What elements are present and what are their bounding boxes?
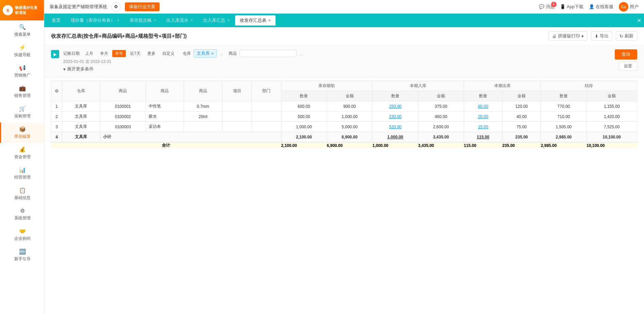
row-dept	[252, 112, 281, 122]
tab-home[interactable]: 首页	[47, 15, 65, 26]
tab-inout-sum-close[interactable]: ×	[227, 18, 230, 23]
row-in-amt: 2,600.00	[418, 122, 464, 132]
code-header: 商品	[100, 81, 146, 101]
date-btn-this-month[interactable]: 本月	[97, 50, 111, 57]
sidebar-item-collab[interactable]: 🤝 企业协同	[0, 225, 44, 245]
date-btn-last-month[interactable]: 上月	[82, 50, 96, 57]
sidebar-item-purchase[interactable]: 🛒 采购管理	[0, 102, 44, 122]
marketing-icon: 📢	[19, 65, 26, 71]
refresh-label: 刷新	[625, 33, 633, 39]
tab-recv-send-close[interactable]: ×	[268, 18, 271, 23]
tab-bar-close[interactable]: ✕	[637, 17, 641, 24]
table-body: 1 文具库 0100001 中性笔 0.7mm 600.00 900.00 25…	[51, 101, 637, 143]
system-name: 装备及固定资产辅助管理系统	[50, 4, 107, 10]
goods-filter-input[interactable]	[240, 50, 297, 57]
in-qty-header: 数量	[373, 91, 418, 101]
sidebar-label-marketing: 营销推广	[14, 72, 31, 78]
tab-batch[interactable]: 库存批次账 ×	[125, 15, 161, 26]
table-settings-header[interactable]: ⚙	[51, 81, 62, 101]
query-button[interactable]: 查询	[615, 49, 637, 60]
tab-inout-flow[interactable]: 出入库流水 ×	[162, 15, 198, 26]
sidebar-label-finance: 资金管理	[14, 154, 31, 160]
sidebar-item-basic[interactable]: 📋 基础信息	[0, 184, 44, 204]
row-opening-amt: 1,000.00	[327, 112, 372, 122]
date-btn-custom[interactable]: 自定义	[160, 50, 177, 57]
tab-recv-send[interactable]: 收发存汇总表 ×	[235, 15, 276, 26]
sidebar-label-inventory: 库存核算	[14, 134, 31, 139]
warehouse-ellipsis[interactable]: ...	[219, 51, 223, 56]
row-out-qty[interactable]: 15.00	[464, 122, 502, 132]
notification-item[interactable]: 💬 消息 6	[539, 4, 555, 10]
print-button[interactable]: 🖨 拼接版打印 ▾	[548, 31, 588, 41]
sidebar-item-search[interactable]: 🔍 搜索菜单	[0, 20, 44, 41]
row-no: 3	[51, 122, 62, 132]
refresh-button[interactable]: ↻ 刷新	[616, 31, 637, 41]
table-row: 1 文具库 0100001 中性笔 0.7mm 600.00 900.00 25…	[51, 101, 637, 112]
row-project	[222, 112, 251, 122]
row-closing-qty: 1,505.00	[541, 122, 587, 132]
tab-stock[interactable]: 现存量（库存分布表） ×	[66, 15, 124, 26]
footer-opening-amt: 6,900.00	[327, 142, 372, 148]
filter-row-1: 记账日期 上月 本月 本年 近7天 更多 自定义 仓库	[63, 49, 611, 57]
row-spec	[184, 122, 222, 132]
sidebar-item-marketing[interactable]: 📢 营销推广	[0, 61, 44, 82]
subtotal-warehouse: 文具库	[62, 132, 100, 143]
sidebar-item-operation[interactable]: 📊 经营管理	[0, 163, 44, 184]
filter-toggle[interactable]: ▶	[51, 50, 59, 58]
goods-ellipsis[interactable]: ...	[299, 51, 303, 56]
subtotal-no: 4	[51, 132, 62, 143]
footer-out-amt: 235.00	[502, 142, 541, 148]
app-download-item[interactable]: 📱 App下载	[560, 4, 583, 10]
expand-more-btn[interactable]: ▾ 展开更多条件	[63, 65, 611, 73]
row-out-qty[interactable]: 20.00	[464, 112, 502, 122]
online-service-item[interactable]: 👤 在线客服	[589, 4, 613, 10]
tab-inout-flow-close[interactable]: ×	[191, 18, 193, 23]
sidebar: 6 畅捷通好生意 标准版 🔍 搜索菜单 ⚡ 快捷导航 📢 营销推广 💼 销售管理…	[0, 0, 44, 314]
refresh-icon: ↻	[620, 34, 623, 39]
row-code: 0100002	[100, 112, 146, 122]
settings-icon[interactable]: ⚙	[111, 2, 121, 12]
row-in-qty[interactable]: 230.00	[373, 112, 418, 122]
export-button[interactable]: ⬇ 导出	[591, 31, 612, 41]
user-item[interactable]: Ea 用户	[619, 2, 639, 12]
export-label: 导出	[600, 33, 609, 39]
footer-in-qty: 1,000.00	[373, 142, 418, 148]
search-icon: 🔍	[19, 24, 26, 30]
sidebar-item-finance[interactable]: 💰 资金管理	[0, 143, 44, 163]
sidebar-item-sales[interactable]: 💼 销售管理	[0, 82, 44, 102]
tab-stock-close[interactable]: ×	[117, 18, 119, 23]
row-out-qty[interactable]: 80.00	[464, 101, 502, 112]
page-title: 收发存汇总表(按仓库+商品编码+商品+规格型号+项目+部门)	[51, 33, 187, 39]
subtotal-out-amt: 235.00	[502, 132, 541, 143]
experience-button[interactable]: 体验行业方案	[125, 2, 160, 11]
app-logo: 6 畅捷通好生意 标准版	[0, 0, 44, 20]
date-btn-more[interactable]: 更多	[145, 50, 158, 57]
tab-stock-label: 现存量（库存分布表）	[71, 17, 115, 23]
sidebar-item-quick-nav[interactable]: ⚡ 快捷导航	[0, 41, 44, 61]
row-in-qty[interactable]: 250.00	[373, 101, 418, 112]
row-opening-qty: 1,000.00	[281, 122, 327, 132]
sidebar-label-guide: 新手引导	[14, 256, 31, 262]
date-btn-7days[interactable]: 近7天	[127, 50, 143, 57]
warehouse-tag-remove[interactable]: ×	[211, 51, 214, 56]
filter-settings-button[interactable]: 设置	[619, 62, 637, 71]
sidebar-item-system[interactable]: ⚙ 系统管理	[0, 204, 44, 225]
tab-inout-sum-label: 出入库汇总	[203, 17, 225, 23]
row-warehouse: 文具库	[62, 112, 100, 122]
data-table: ⚙ 仓库 商品 商品 商品 项目 部门 库存期初 本期入库 本期出库 结存	[51, 81, 637, 148]
sidebar-label-collab: 企业协同	[14, 236, 31, 242]
print-icon: 🖨	[552, 34, 557, 39]
subtotal-row: 4 文具库 小计 2,100.00 6,900.00 1,000.00 3,43…	[51, 132, 637, 143]
row-in-qty[interactable]: 520.00	[373, 122, 418, 132]
tab-batch-close[interactable]: ×	[154, 18, 156, 23]
date-btn-this-year[interactable]: 本年	[112, 50, 126, 57]
phone-icon: 📱	[560, 4, 565, 9]
date-filter-group: 记账日期 上月 本月 本年 近7天 更多 自定义	[63, 50, 177, 57]
page-header: 收发存汇总表(按仓库+商品编码+商品+规格型号+项目+部门) 🖨 拼接版打印 ▾…	[44, 27, 644, 45]
row-out-amt: 120.00	[502, 101, 541, 112]
tab-inout-sum[interactable]: 出入库汇总 ×	[198, 15, 234, 26]
row-no: 2	[51, 112, 62, 122]
sidebar-item-inventory[interactable]: 📦 库存核算	[0, 122, 44, 143]
sidebar-item-guide[interactable]: 🆕 新手引导	[0, 245, 44, 265]
table-wrap: ⚙ 仓库 商品 商品 商品 项目 部门 库存期初 本期入库 本期出库 结存	[44, 78, 644, 155]
